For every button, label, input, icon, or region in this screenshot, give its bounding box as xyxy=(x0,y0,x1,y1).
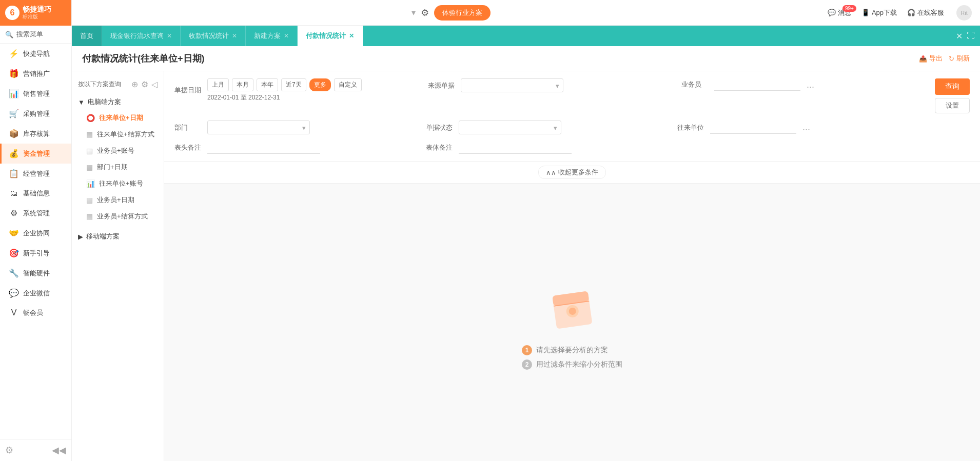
sidebar-item-system[interactable]: ⚙ 系统管理 xyxy=(0,203,71,223)
settings-button[interactable]: 设置 xyxy=(935,98,970,113)
topbar-online-service[interactable]: 🎧 在线客服 xyxy=(907,8,944,17)
topbar-app-download[interactable]: 📱 App下载 xyxy=(861,8,897,17)
date-btn-this-year[interactable]: 本年 xyxy=(257,78,278,91)
sidebar-item-member[interactable]: V 畅会员 xyxy=(0,303,71,323)
sidebar-item-basic[interactable]: 🗂 基础信息 xyxy=(0,184,71,203)
topbar-gear-icon[interactable]: ⚙ xyxy=(421,7,429,18)
collapse-more-btn[interactable]: ∧∧ 收起更多条件 xyxy=(538,166,606,179)
date-btn-custom[interactable]: 自定义 xyxy=(334,78,362,91)
scheme-add-icon[interactable]: ⊕ xyxy=(131,79,138,89)
export-button[interactable]: 📤 导出 xyxy=(919,54,943,63)
scheme-item-icon-1: ▦ xyxy=(86,130,93,138)
basic-icon: 🗂 xyxy=(9,189,19,198)
main: ▾ ⚙ 体验行业方案 💬 消息 99+ 📱 App下载 🎧 在线客服 Rit 首… xyxy=(72,0,980,461)
pc-scheme-header[interactable]: ▼ 电脑端方案 xyxy=(72,94,164,110)
message-icon: 💬 xyxy=(828,9,836,16)
settings-bottom-icon[interactable]: ⚙ xyxy=(5,445,13,456)
enterprise-icon: 🤝 xyxy=(9,228,19,238)
scheme-item-unit-account[interactable]: 📊 往来单位+账号 xyxy=(72,175,164,192)
staff-dots[interactable]: ... xyxy=(807,79,814,90)
sidebar-item-purchase[interactable]: 🛒 采购管理 xyxy=(0,104,71,124)
date-btn-last-month[interactable]: 上月 xyxy=(207,78,229,91)
tab-payment[interactable]: 付款情况统计 ✕ xyxy=(298,26,363,46)
trial-button[interactable]: 体验行业方案 xyxy=(434,5,491,21)
right-panel: 单据日期 上月 本月 本年 近7天 更多 自定义 20 xyxy=(164,71,980,461)
tab-receipt[interactable]: 收款情况统计 ✕ xyxy=(181,26,246,46)
scheme-collapse-icon[interactable]: ◁ xyxy=(151,79,158,89)
filter-dept-group: 部门 xyxy=(174,121,418,134)
sidebar-item-hardware[interactable]: 🔧 智能硬件 xyxy=(0,263,71,283)
filter-source-group: 来源单据 xyxy=(428,78,673,92)
tab-receipt-close[interactable]: ✕ xyxy=(232,32,237,39)
scheme-item-unit-settle[interactable]: ▦ 往来单位+结算方式 xyxy=(72,126,164,143)
source-select-wrapper xyxy=(461,78,563,92)
scheme-item-unit-date[interactable]: ⭕ 往来单位+日期 xyxy=(72,110,164,126)
empty-hint-1: 1 请先选择要分析的方案 xyxy=(522,345,622,355)
tab-payment-close[interactable]: ✕ xyxy=(349,32,354,39)
body-note-label: 表体备注 xyxy=(426,143,455,152)
scheme-item-staff-date[interactable]: ▦ 业务员+日期 xyxy=(72,192,164,208)
sidebar-item-guide[interactable]: 🎯 新手引导 xyxy=(0,243,71,263)
export-icon: 📤 xyxy=(919,55,927,63)
scheme-item-staff-settle[interactable]: ▦ 业务员+结算方式 xyxy=(72,208,164,225)
scheme-item-staff-account[interactable]: ▦ 业务员+账号 xyxy=(72,143,164,159)
sidebar-item-marketing[interactable]: 🎁 营销推广 xyxy=(0,64,71,84)
source-label: 来源单据 xyxy=(428,81,457,90)
scheme-actions: ⊕ ⚙ ◁ xyxy=(131,79,158,89)
sidebar-item-inventory[interactable]: 📦 库存核算 xyxy=(0,124,71,144)
dept-select[interactable] xyxy=(207,121,310,134)
marketing-icon: 🎁 xyxy=(9,69,19,78)
date-btn-this-month[interactable]: 本月 xyxy=(232,78,253,91)
filter-area: 单据日期 上月 本月 本年 近7天 更多 自定义 20 xyxy=(164,71,980,162)
scheme-panel-header: 按以下方案查询 ⊕ ⚙ ◁ xyxy=(72,76,164,92)
mobile-scheme-section: ▶ 移动端方案 xyxy=(72,227,164,246)
source-select[interactable] xyxy=(461,78,563,92)
user-avatar[interactable]: Rit xyxy=(956,5,972,21)
app-logo-icon: 6 xyxy=(5,6,19,20)
refresh-button[interactable]: ↻ 刷新 xyxy=(949,54,970,63)
date-btn-last-7days[interactable]: 近7天 xyxy=(281,78,306,91)
tab-new-scheme[interactable]: 新建方案 ✕ xyxy=(246,26,298,46)
tab-bank-close[interactable]: ✕ xyxy=(167,32,172,39)
sidebar-item-operation[interactable]: 📋 经营管理 xyxy=(0,164,71,184)
unit-dots[interactable]: ... xyxy=(802,122,810,133)
sidebar-item-wechat[interactable]: 💬 企业微信 xyxy=(0,283,71,303)
filter-header-note-group: 表头备注 xyxy=(174,142,418,154)
doc-status-label: 单据状态 xyxy=(426,123,455,132)
scheme-item-icon-4: 📊 xyxy=(86,179,95,188)
mobile-scheme-header[interactable]: ▶ 移动端方案 xyxy=(72,229,164,244)
tab-close-all-icon[interactable]: ✕ xyxy=(956,31,963,41)
scheme-panel: 按以下方案查询 ⊕ ⚙ ◁ ▼ 电脑端方案 ⭕ 往来单位+日期 xyxy=(72,71,164,461)
collapse-sidebar-icon[interactable]: ◀◀ xyxy=(52,445,66,456)
tab-home[interactable]: 首页 xyxy=(72,26,102,46)
tab-maximize-icon[interactable]: ⛶ xyxy=(967,31,975,41)
date-btn-more[interactable]: 更多 xyxy=(309,78,331,91)
tab-bank-label: 现金银行流水查询 xyxy=(110,31,164,41)
header-note-input[interactable] xyxy=(207,142,320,154)
sidebar-item-finance[interactable]: 💰 资金管理 xyxy=(0,144,71,164)
topbar-dropdown[interactable]: ▾ xyxy=(411,8,416,17)
scheme-item-dept-date[interactable]: ▦ 部门+日期 xyxy=(72,159,164,175)
sidebar-item-enterprise[interactable]: 🤝 企业协同 xyxy=(0,223,71,243)
unit-input[interactable] xyxy=(710,122,796,134)
empty-hint-2: 2 用过滤条件来缩小分析范围 xyxy=(522,359,622,370)
topbar-messages[interactable]: 💬 消息 99+ xyxy=(828,8,851,17)
body-note-input[interactable] xyxy=(459,142,572,154)
scheme-settings-icon[interactable]: ⚙ xyxy=(141,79,148,89)
empty-state: 1 请先选择要分析的方案 2 用过滤条件来缩小分析范围 xyxy=(164,184,980,461)
tab-new-scheme-label: 新建方案 xyxy=(254,31,281,41)
quick-nav-icon: ⚡ xyxy=(9,49,19,58)
doc-status-select[interactable] xyxy=(459,121,561,134)
guide-icon: 🎯 xyxy=(9,248,19,258)
scheme-item-icon-5: ▦ xyxy=(86,196,93,204)
sidebar-search[interactable]: 🔍 搜索菜单 xyxy=(0,26,71,44)
empty-illustration xyxy=(541,275,603,337)
tab-bank[interactable]: 现金银行流水查询 ✕ xyxy=(102,26,181,46)
filter-body-note-group: 表体备注 xyxy=(426,142,669,154)
query-button[interactable]: 查询 xyxy=(935,78,970,95)
staff-input[interactable] xyxy=(714,78,800,91)
tab-new-scheme-close[interactable]: ✕ xyxy=(284,32,289,39)
sidebar-item-sales[interactable]: 📊 销售管理 xyxy=(0,84,71,104)
sidebar-item-quick-nav[interactable]: ⚡ 快捷导航 xyxy=(0,44,71,64)
hardware-icon: 🔧 xyxy=(9,268,19,278)
